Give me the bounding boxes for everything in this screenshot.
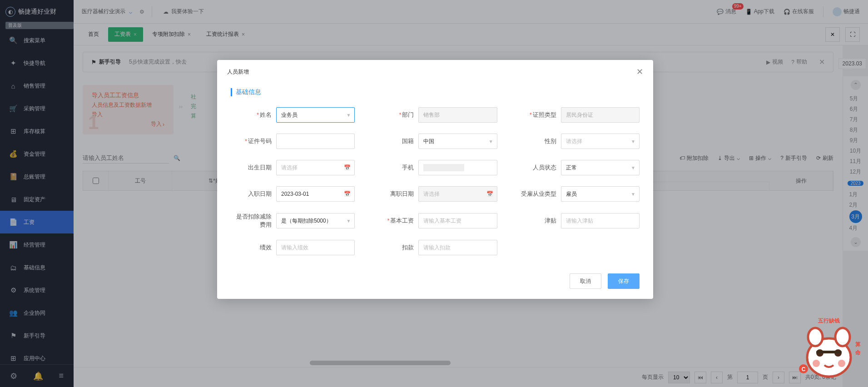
gender-input[interactable]: 请选择▼ — [561, 134, 640, 149]
field-label: *证件号码 — [231, 137, 272, 145]
chevron-down-icon: ▼ — [631, 192, 635, 197]
field-label: 受雇从业类型 — [516, 190, 556, 198]
field-nationality: 国籍中国▼ — [373, 134, 497, 149]
field-placeholder: 请输入津贴 — [566, 217, 593, 225]
field-hireDate: 入职日期2023-03-01📅 — [231, 186, 355, 202]
chevron-down-icon: ▼ — [346, 113, 351, 118]
field-label: 出生日期 — [231, 164, 272, 172]
dept-input: 销售部 — [418, 107, 497, 123]
svg-point-7 — [838, 360, 845, 367]
blurred-value — [423, 164, 464, 171]
chevron-down-icon: ▼ — [631, 165, 635, 170]
chevron-down-icon: ▼ — [489, 139, 493, 144]
idType-input: 居民身份证 — [561, 107, 640, 123]
calendar-icon: 📅 — [344, 164, 351, 171]
field-placeholder: 请选择 — [281, 164, 298, 172]
add-person-modal: 人员新增 ✕ 基础信息 *姓名业务员▼*部门销售部*证照类型居民身份证*证件号码… — [217, 60, 653, 299]
field-label: 入职日期 — [231, 190, 272, 198]
field-value: 2023-03-01 — [281, 191, 309, 197]
svg-text:命: 命 — [855, 349, 861, 356]
field-dept: *部门销售部 — [373, 107, 497, 123]
field-placeholder: 请选择 — [423, 190, 440, 198]
field-label: 离职日期 — [373, 190, 414, 198]
field-value: 业务员 — [281, 111, 298, 119]
name-input[interactable]: 业务员▼ — [276, 107, 355, 123]
leaveDate-input: 请选择📅 — [418, 186, 497, 202]
nationality-input[interactable]: 中国▼ — [418, 134, 497, 149]
svg-point-1 — [808, 328, 823, 346]
hireDate-input[interactable]: 2023-03-01📅 — [276, 186, 355, 202]
idNo-input[interactable] — [276, 134, 355, 149]
svg-text:算: 算 — [855, 341, 861, 347]
field-label: 是否扣除减除费用 — [231, 213, 272, 229]
field-placeholder: 请输入绩效 — [281, 244, 308, 252]
deduction-input[interactable]: 请输入扣款 — [418, 240, 497, 255]
field-label: *部门 — [373, 111, 414, 119]
field-allowance: 津贴请输入津贴 — [516, 213, 640, 229]
calendar-icon: 📅 — [344, 191, 351, 197]
field-baseSalary: *基本工资请输入基本工资 — [373, 213, 497, 229]
field-label: 绩效 — [231, 243, 272, 252]
cancel-button[interactable]: 取消 — [570, 273, 601, 289]
field-value: 销售部 — [423, 111, 440, 119]
field-leaveDate: 离职日期请选择📅 — [373, 186, 497, 202]
save-button[interactable]: 保存 — [608, 273, 640, 289]
field-label: 国籍 — [373, 137, 414, 145]
field-idType: *证照类型居民身份证 — [516, 107, 640, 123]
field-deduct: 是否扣除减除费用是（每期扣除5000）▼ — [231, 213, 355, 229]
birth-input[interactable]: 请选择📅 — [276, 160, 355, 175]
field-label: *基本工资 — [373, 217, 414, 225]
baseSalary-input[interactable]: 请输入基本工资 — [418, 213, 497, 228]
field-value: 雇员 — [566, 190, 577, 198]
field-placeholder: 请输入基本工资 — [423, 217, 461, 225]
field-idNo: *证件号码 — [231, 134, 355, 149]
field-name: *姓名业务员▼ — [231, 107, 355, 123]
section-title: 基础信息 — [231, 88, 640, 96]
svg-rect-5 — [816, 351, 842, 353]
mascot-text-1: 五行缺钱 — [818, 318, 840, 324]
chevron-down-icon: ▼ — [346, 218, 351, 223]
employType-input[interactable]: 雇员▼ — [561, 186, 640, 202]
modal-title: 人员新增 — [227, 68, 249, 76]
modal-header: 人员新增 ✕ — [217, 60, 653, 84]
field-value: 居民身份证 — [566, 111, 593, 119]
status-input[interactable]: 正常▼ — [561, 160, 640, 175]
svg-point-6 — [813, 360, 820, 367]
field-placeholder: 请选择 — [566, 138, 582, 145]
field-label: 人员状态 — [516, 164, 556, 172]
field-birth: 出生日期请选择📅 — [231, 160, 355, 175]
field-label: 性别 — [516, 137, 556, 145]
field-value: 正常 — [566, 164, 577, 172]
field-label: 扣款 — [373, 243, 414, 252]
field-label: 手机 — [373, 164, 414, 172]
chevron-down-icon: ▼ — [631, 139, 635, 144]
field-label: *证照类型 — [516, 111, 556, 119]
svg-point-2 — [835, 328, 850, 346]
field-deduction: 扣款请输入扣款 — [373, 240, 497, 255]
field-mobile: 手机 — [373, 160, 497, 175]
deduct-input[interactable]: 是（每期扣除5000）▼ — [276, 213, 355, 228]
field-label: 津贴 — [516, 217, 556, 225]
field-gender: 性别请选择▼ — [516, 134, 640, 149]
field-placeholder: 请输入扣款 — [423, 244, 451, 252]
calendar-icon: 📅 — [486, 191, 493, 197]
field-employType: 受雇从业类型雇员▼ — [516, 186, 640, 202]
svg-text:C: C — [802, 366, 806, 372]
allowance-input[interactable]: 请输入津贴 — [561, 213, 640, 228]
field-perf: 绩效请输入绩效 — [231, 240, 355, 255]
field-value: 是（每期扣除5000） — [281, 217, 332, 225]
mobile-input[interactable] — [418, 160, 497, 175]
field-label: *姓名 — [231, 111, 272, 119]
modal-close-btn[interactable]: ✕ — [636, 67, 643, 77]
perf-input[interactable]: 请输入绩效 — [276, 240, 355, 255]
field-status: 人员状态正常▼ — [516, 160, 640, 175]
mascot-character[interactable]: 五行缺钱 C 算 命 — [797, 314, 861, 382]
field-value: 中国 — [423, 138, 434, 145]
